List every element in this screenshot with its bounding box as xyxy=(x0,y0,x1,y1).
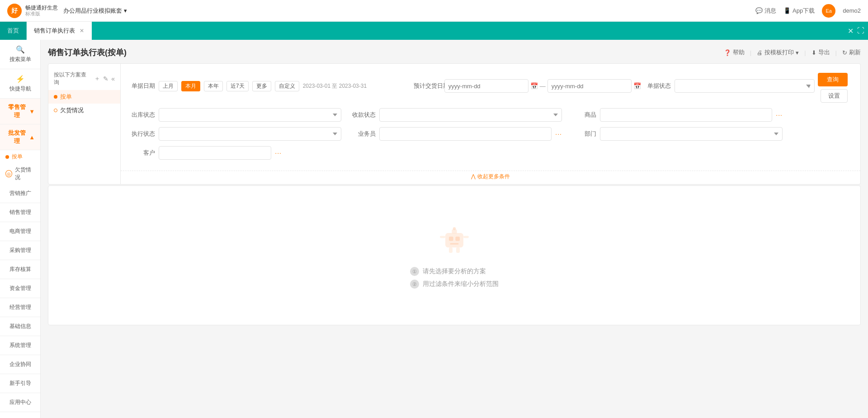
customer-input[interactable] xyxy=(159,146,271,160)
breadcrumb: 办公用品行业模拟账套 ▾ xyxy=(63,7,127,15)
calendar-start-icon[interactable]: 📅 xyxy=(530,82,538,90)
robot-icon xyxy=(436,222,472,258)
empty-state: ① 请先选择要分析的方案 ② 用过滤条件来缩小分析范围 xyxy=(48,186,860,325)
tag-last-7-days[interactable]: 近7天 xyxy=(226,81,249,91)
svg-rect-9 xyxy=(456,247,460,253)
filter-row-2: 出库状态 收款状态 xyxy=(128,108,853,122)
sidebar-item-basic[interactable]: 基础信息 xyxy=(0,317,40,336)
exec-status-select[interactable] xyxy=(159,127,341,141)
sidebar-item-wechat[interactable]: 企业微信 xyxy=(0,412,40,418)
svg-rect-8 xyxy=(449,247,453,253)
export-btn[interactable]: ⬇ 导出 xyxy=(811,48,830,57)
salesperson-more-btn[interactable]: ··· xyxy=(555,130,562,138)
department-select[interactable] xyxy=(600,127,783,141)
customer-label: 客户 xyxy=(128,149,155,157)
add-scheme-btn[interactable]: ＋ xyxy=(94,75,100,83)
minimize-icon[interactable]: ✕ xyxy=(848,27,854,35)
maximize-icon[interactable]: ⛶ xyxy=(857,27,864,35)
filter-group-exec-status: 执行状态 xyxy=(128,127,341,141)
avatar[interactable]: Ea xyxy=(822,4,835,18)
tag-more[interactable]: 更多 xyxy=(252,81,271,91)
delivery-date-end[interactable] xyxy=(547,79,632,93)
goods-more-btn[interactable]: ··· xyxy=(776,111,783,119)
breadcrumb-arrow: ▾ xyxy=(124,7,127,14)
sidebar-item-quick-nav[interactable]: ⚡ 快捷导航 xyxy=(0,69,40,99)
print-chevron-icon: ▾ xyxy=(796,49,799,56)
date-separator: — xyxy=(540,83,546,90)
tag-custom[interactable]: 自定义 xyxy=(275,81,299,91)
sidebar-item-newbie[interactable]: 新手引导 xyxy=(0,374,40,393)
quick-nav-icon: ⚡ xyxy=(16,75,25,83)
app-download-icon: 📱 xyxy=(783,7,791,14)
filter-group-delivery-date: 预计交货日期 📅 — 📅 xyxy=(414,79,637,93)
page-title: 销售订单执行表(按单) xyxy=(48,47,127,58)
sidebar-item-marketing[interactable]: 营销推广 xyxy=(0,184,40,203)
payment-status-label: 收款状态 xyxy=(349,111,376,119)
query-button[interactable]: 查询 xyxy=(818,73,848,86)
sidebar-item-wholesale[interactable]: 批发管理 ▲ xyxy=(0,124,40,150)
status-label: 单据状态 xyxy=(644,82,671,90)
filter-row-1: 单据日期 上月 本月 本年 近7天 更多 自定义 2023-03-01 至 20… xyxy=(128,69,853,103)
top-bar-left: 好 畅捷通好生意 标准版 办公用品行业模拟账套 ▾ xyxy=(7,4,127,18)
sub-circle-icon: ◎ xyxy=(5,170,12,177)
sidebar-item-sales[interactable]: 销售管理 xyxy=(0,203,40,222)
sidebar-item-operations[interactable]: 经营管理 xyxy=(0,298,40,317)
tab-home[interactable]: 首页 xyxy=(0,22,27,40)
settings-button[interactable]: 设置 xyxy=(821,89,848,103)
chevron-icon: ▲ xyxy=(29,134,35,141)
filter-sidebar: 按以下方案查询 ＋ ✎ « 按单 欠货情况 xyxy=(48,64,121,184)
top-bar-right: 💬 消息 📱 App下载 Ea demo2 xyxy=(755,4,861,18)
collapse-btn[interactable]: ⋀ 收起更多条件 xyxy=(471,173,509,180)
filter-panel: 按以下方案查询 ＋ ✎ « 按单 欠货情况 xyxy=(48,63,861,185)
svg-rect-6 xyxy=(440,236,445,238)
sidebar-item-retail[interactable]: 零售管理 ▼ xyxy=(0,99,40,124)
sidebar-item-purchase[interactable]: 采购管理 xyxy=(0,241,40,260)
filter-group-goods: 商品 ··· xyxy=(569,108,783,122)
message-btn[interactable]: 💬 消息 xyxy=(755,7,776,15)
filter-row-3: 执行状态 业务员 ··· 部门 xyxy=(128,127,853,141)
status-select[interactable] xyxy=(675,79,815,93)
scheme-item-by-order[interactable]: 按单 xyxy=(48,90,120,104)
sidebar-item-app-center[interactable]: 应用中心 xyxy=(0,393,40,412)
help-btn[interactable]: ❓ 帮助 xyxy=(724,48,745,57)
sidebar-item-search[interactable]: 🔍 搜索菜单 xyxy=(0,40,40,69)
delivery-date-start[interactable] xyxy=(444,79,528,93)
tab-close-icon[interactable]: ✕ xyxy=(80,28,84,34)
collapse-sidebar-btn[interactable]: « xyxy=(111,75,115,82)
logo-icon: 好 xyxy=(7,4,22,18)
filter-group-status: 单据状态 ▾ xyxy=(644,79,811,93)
sidebar-sub-scheme[interactable]: 按单 xyxy=(0,150,40,163)
sidebar-item-inventory[interactable]: 库存核算 xyxy=(0,260,40,279)
goods-input[interactable] xyxy=(600,108,772,122)
sidebar-item-finance[interactable]: 资金管理 xyxy=(0,279,40,298)
chevron-icon: ▼ xyxy=(29,108,35,115)
payment-status-select[interactable] xyxy=(379,108,562,122)
print-icon: 🖨 xyxy=(757,49,763,56)
app-download-btn[interactable]: 📱 App下载 xyxy=(783,7,815,15)
delivery-status-select[interactable] xyxy=(159,108,341,122)
calendar-end-icon[interactable]: 📅 xyxy=(633,82,641,90)
sidebar-sub-owe[interactable]: ◎ 欠货情况 xyxy=(0,163,40,184)
data-area: ① 请先选择要分析的方案 ② 用过滤条件来缩小分析范围 xyxy=(48,185,861,325)
sidebar-item-enterprise[interactable]: 企业协同 xyxy=(0,355,40,374)
print-btn[interactable]: 🖨 按模板打印 ▾ xyxy=(757,48,799,57)
date-range-text: 2023-03-01 至 2023-03-31 xyxy=(303,82,367,90)
filter-group-payment-status: 收款状态 xyxy=(349,108,562,122)
tag-this-month[interactable]: 本月 xyxy=(181,81,200,91)
tag-last-month[interactable]: 上月 xyxy=(159,81,178,91)
edit-scheme-btn[interactable]: ✎ xyxy=(103,75,108,82)
salesperson-input[interactable] xyxy=(379,127,552,141)
help-icon: ❓ xyxy=(724,49,731,56)
logo-area: 好 畅捷通好生意 标准版 xyxy=(7,4,58,18)
sidebar-item-ecommerce[interactable]: 电商管理 xyxy=(0,222,40,241)
department-label: 部门 xyxy=(569,130,596,138)
goods-label: 商品 xyxy=(569,111,596,119)
refresh-btn[interactable]: ↻ 刷新 xyxy=(842,48,861,57)
empty-step-2: ② 用过滤条件来缩小分析范围 xyxy=(410,280,499,289)
tag-this-year[interactable]: 本年 xyxy=(204,81,223,91)
sidebar-item-system[interactable]: 系统管理 xyxy=(0,336,40,355)
customer-more-btn[interactable]: ··· xyxy=(275,149,282,157)
scheme-item-owe-goods[interactable]: 欠货情况 xyxy=(48,104,120,117)
tab-sales-order[interactable]: 销售订单执行表 ✕ xyxy=(27,22,92,40)
delivery-date-group: 📅 — 📅 xyxy=(444,79,641,93)
